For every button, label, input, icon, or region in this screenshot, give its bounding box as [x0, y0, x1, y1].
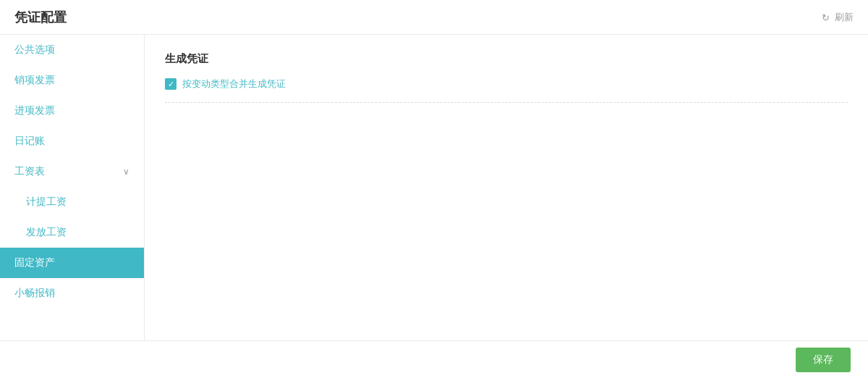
merge-voucher-row: ✓ 按变动类型合并生成凭证: [165, 77, 848, 91]
sidebar-item-public-options[interactable]: 公共选项: [0, 35, 144, 65]
sidebar-item-purchase-invoice[interactable]: 进项发票: [0, 96, 144, 126]
merge-voucher-label: 按变动类型合并生成凭证: [182, 77, 286, 91]
sidebar-item-pay-salary[interactable]: 发放工资: [0, 217, 144, 248]
section-divider: [165, 102, 848, 103]
footer: 保存: [0, 340, 868, 378]
content-area: 生成凭证 ✓ 按变动类型合并生成凭证: [145, 35, 868, 340]
sidebar-item-journal[interactable]: 日记账: [0, 126, 144, 156]
refresh-icon: ↻: [822, 12, 832, 22]
section-title: 生成凭证: [165, 52, 848, 66]
sidebar-label-advance-salary: 计提工资: [26, 196, 67, 209]
checkmark-icon: ✓: [168, 80, 174, 88]
sidebar-item-petty-expense[interactable]: 小畅报销: [0, 278, 144, 308]
page-wrapper: 凭证配置 ↻ 刷新 公共选项销项发票进项发票日记账工资表∨计提工资发放工资固定资…: [0, 0, 868, 378]
sidebar-label-fixed-assets: 固定资产: [14, 256, 55, 269]
sidebar-label-sales-invoice: 销项发票: [14, 74, 55, 87]
sidebar: 公共选项销项发票进项发票日记账工资表∨计提工资发放工资固定资产小畅报销: [0, 35, 145, 340]
sidebar-item-fixed-assets[interactable]: 固定资产: [0, 248, 144, 278]
sidebar-item-sales-invoice[interactable]: 销项发票: [0, 65, 144, 96]
sidebar-label-public-options: 公共选项: [14, 43, 55, 56]
sidebar-label-petty-expense: 小畅报销: [14, 287, 55, 300]
page-title: 凭证配置: [14, 9, 67, 26]
merge-voucher-checkbox[interactable]: ✓: [165, 78, 176, 90]
refresh-button[interactable]: ↻ 刷新: [822, 11, 854, 24]
sidebar-item-payroll[interactable]: 工资表∨: [0, 156, 144, 187]
sidebar-item-advance-salary[interactable]: 计提工资: [0, 187, 144, 217]
save-button[interactable]: 保存: [796, 348, 851, 372]
sidebar-label-pay-salary: 发放工资: [26, 226, 67, 239]
header: 凭证配置 ↻ 刷新: [0, 0, 868, 35]
main-area: 公共选项销项发票进项发票日记账工资表∨计提工资发放工资固定资产小畅报销 生成凭证…: [0, 35, 868, 340]
sidebar-label-journal: 日记账: [14, 135, 45, 148]
sidebar-label-payroll: 工资表: [14, 165, 45, 178]
chevron-down-icon: ∨: [123, 167, 129, 177]
sidebar-label-purchase-invoice: 进项发票: [14, 104, 55, 117]
refresh-label: 刷新: [835, 11, 854, 24]
